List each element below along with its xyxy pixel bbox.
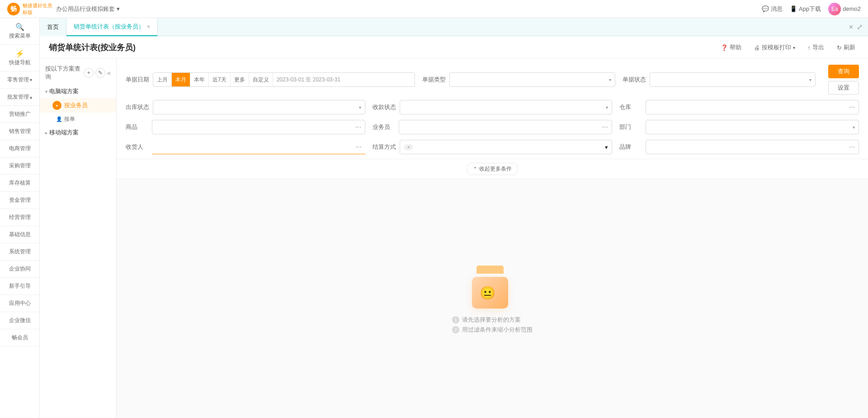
- tab-home[interactable]: 首页: [40, 18, 66, 36]
- collapse-button[interactable]: ⌃ 收起更多条件: [467, 163, 518, 175]
- sidebar-item-member[interactable]: 畅会员: [0, 329, 39, 347]
- tab-close-icon[interactable]: ×: [147, 24, 150, 30]
- filter-doc-type: 单据类型 ▾: [422, 72, 615, 87]
- filter-row-4: 收货人 ··· 结算方式: [126, 140, 859, 154]
- sidebar-item-basic[interactable]: 基础信息: [0, 226, 39, 243]
- breadcrumb-arrow-icon: ▾: [117, 5, 120, 12]
- sidebar-item-enterprise[interactable]: 企业协同: [0, 261, 39, 278]
- sidebar-item-ecommerce[interactable]: 电商管理: [0, 140, 39, 157]
- collapse-up-icon: ⌃: [473, 166, 477, 172]
- sidebar-item-retail[interactable]: 零售管理 ▾: [0, 71, 39, 89]
- scheme-add-button[interactable]: +: [84, 68, 94, 78]
- query-button[interactable]: 查询: [828, 65, 859, 78]
- scheme-collapse-button[interactable]: «: [107, 69, 111, 76]
- warehouse-select[interactable]: ···: [646, 100, 859, 114]
- staff-ellipsis-icon: ···: [602, 124, 608, 131]
- tab-expand-icon[interactable]: ⤢: [857, 23, 863, 31]
- date-btn-custom[interactable]: 自定义: [249, 73, 273, 86]
- sidebar-item-apps[interactable]: 应用中心: [0, 295, 39, 312]
- date-btn-this-year[interactable]: 本年: [190, 73, 209, 86]
- template-print-button[interactable]: 🖨 按模板打印 ▾: [750, 42, 799, 53]
- date-range-display: 2023-03-01 至 2023-03-31: [273, 76, 344, 84]
- settle-clear-icon[interactable]: ×: [407, 145, 410, 150]
- settle-clear-tag: ×: [404, 144, 413, 150]
- logo-text: 畅捷通好生意 标版: [23, 2, 52, 15]
- doc-status-select[interactable]: ▾: [650, 72, 816, 87]
- tab-bar: 首页 销货单统计表（按业务员） × × ⤢: [40, 18, 868, 36]
- message-button[interactable]: 💬 消息: [762, 5, 783, 13]
- scheme-group-desktop-header[interactable]: ▾ 电脑端方案: [40, 85, 116, 98]
- print-icon: 🖨: [754, 44, 760, 51]
- step-2-number: 2: [452, 326, 459, 333]
- empty-step-1: 1 请先选择要分析的方案: [452, 316, 533, 324]
- scheme-item-by-staff[interactable]: ● 按业务员: [40, 98, 116, 113]
- date-btn-more[interactable]: 更多: [231, 73, 249, 86]
- tab-close-btn[interactable]: ×: [849, 23, 853, 31]
- scheme-edit-button[interactable]: ✎: [95, 68, 105, 78]
- scheme-panel-header: 按以下方案查询 + ✎ «: [40, 63, 116, 85]
- filter-goods: 商品 ···: [126, 120, 365, 134]
- sidebar-item-wholesale[interactable]: 批发管理 ▴: [0, 89, 39, 106]
- scheme-active-indicator: ●: [52, 101, 61, 110]
- settle-arrow-icon: ▾: [605, 144, 608, 151]
- goods-select[interactable]: ···: [152, 120, 365, 134]
- search-icon: 🔍: [2, 23, 38, 31]
- scheme-group-mobile-header[interactable]: ▸ 移动端方案: [40, 126, 116, 139]
- date-btn-this-month[interactable]: 本月: [172, 73, 190, 86]
- filter-brand: 品牌 ···: [619, 140, 859, 154]
- out-status-select[interactable]: ▾: [153, 100, 365, 114]
- receipt-status-select[interactable]: ▾: [400, 100, 612, 114]
- empty-steps: 1 请先选择要分析的方案 2 用过滤条件来缩小分析范围: [452, 316, 533, 334]
- sidebar-item-newuser[interactable]: 新手引导: [0, 278, 39, 295]
- sidebar-item-purchase[interactable]: 采购管理: [0, 157, 39, 175]
- scheme-item-by-doc[interactable]: 👤 按单: [40, 113, 116, 126]
- doc-type-select[interactable]: ▾: [449, 72, 615, 87]
- chevron-up-icon: ▴: [30, 95, 32, 100]
- sidebar-item-sales[interactable]: 销售管理: [0, 123, 39, 140]
- refresh-button[interactable]: ↻ 刷新: [833, 42, 859, 53]
- breadcrumb[interactable]: 办公用品行业模拟账套 ▾: [56, 5, 120, 13]
- tab-active[interactable]: 销货单统计表（按业务员） ×: [66, 18, 158, 36]
- empty-box-lid: [476, 266, 504, 274]
- goods-ellipsis-icon: ···: [355, 124, 361, 131]
- nav-icon: ⚡: [2, 49, 38, 58]
- sidebar-item-marketing[interactable]: 营销推广: [0, 106, 39, 123]
- department-select[interactable]: ▾: [646, 120, 859, 134]
- refresh-icon: ↻: [837, 44, 842, 51]
- staff-select[interactable]: ···: [399, 120, 612, 134]
- empty-step-2: 2 用过滤条件来缩小分析范围: [452, 326, 533, 334]
- sidebar-item-system[interactable]: 系统管理: [0, 243, 39, 261]
- scheme-group-desktop: ▾ 电脑端方案 ● 按业务员 👤 按单: [40, 85, 116, 126]
- group-mobile-arrow-icon: ▸: [45, 130, 47, 135]
- help-icon: ❓: [721, 44, 728, 51]
- brand-select[interactable]: ···: [646, 140, 859, 154]
- settings-button[interactable]: 设置: [828, 81, 859, 95]
- logo-icon: 畅: [7, 3, 20, 15]
- sidebar-item-wechat[interactable]: 企业微信: [0, 312, 39, 329]
- filter-row-2: 出库状态 ▾ 收款状态 ▾: [126, 100, 859, 114]
- filter-panel-wrapper: 单据日期 上月 本月 本年 近7天 更多 自定义 2023-03-01: [117, 58, 868, 418]
- sidebar-item-finance[interactable]: 资金管理: [0, 192, 39, 209]
- app-download-button[interactable]: 📱 App下载: [790, 5, 821, 13]
- date-btn-7days[interactable]: 近7天: [209, 73, 231, 86]
- filter-receiver: 收货人 ···: [126, 140, 365, 154]
- sidebar-item-inventory[interactable]: 库存核算: [0, 175, 39, 192]
- message-icon: 💬: [762, 5, 769, 12]
- filter-department: 部门 ▾: [619, 120, 859, 134]
- date-filter-control[interactable]: 上月 本月 本年 近7天 更多 自定义 2023-03-01 至 2023-03…: [153, 72, 415, 87]
- filter-warehouse: 仓库 ···: [619, 100, 859, 114]
- receiver-input[interactable]: ···: [152, 140, 365, 154]
- sidebar-item-search[interactable]: 🔍 搜索菜单: [0, 18, 39, 45]
- empty-state: 😐 1 请先选择要分析的方案 2 用过滤条件来缩小分析范围: [117, 179, 868, 418]
- sidebar-item-quicknav[interactable]: ⚡ 快捷导航: [0, 45, 39, 71]
- date-btn-last-month[interactable]: 上月: [153, 73, 172, 86]
- inner-layout: 按以下方案查询 + ✎ «: [40, 58, 868, 418]
- help-button[interactable]: ❓ 帮助: [717, 42, 745, 53]
- chevron-down-icon: ▾: [30, 77, 32, 82]
- empty-illustration: 😐: [465, 263, 519, 309]
- user-menu-button[interactable]: Ea demo2: [828, 3, 861, 15]
- settle-select[interactable]: × ▾: [400, 140, 612, 154]
- export-button[interactable]: ↑ 导出: [804, 42, 828, 53]
- sidebar-item-operations[interactable]: 经营管理: [0, 209, 39, 226]
- group-arrow-icon: ▾: [45, 89, 47, 94]
